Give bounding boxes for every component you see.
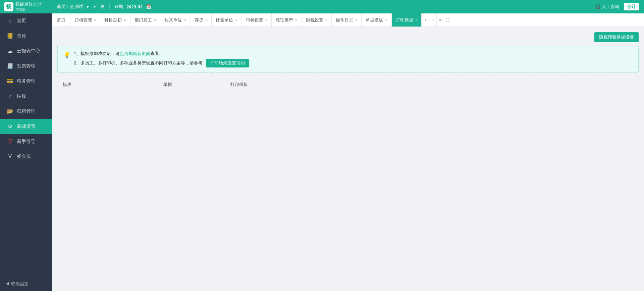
table-header: 模块 单据 打印模板 bbox=[57, 78, 639, 91]
tab-nav-left[interactable]: ‹ bbox=[422, 13, 429, 27]
sidebar-item-guide[interactable]: ❓ 新手引导 bbox=[0, 134, 52, 149]
tab-close-all[interactable]: ✕ bbox=[436, 13, 444, 27]
tab-single-template[interactable]: 单据模板 × bbox=[362, 13, 391, 27]
tab-label: 币种设置 bbox=[246, 17, 263, 23]
service-button[interactable]: 🎧 人工咨询 bbox=[595, 4, 619, 10]
sidebar-label-home: 首页 bbox=[17, 18, 26, 24]
tab-tax-settings[interactable]: 财税设置 × bbox=[302, 13, 332, 27]
sidebar-label-guide: 新手引导 bbox=[17, 139, 36, 145]
tab-close-icon[interactable]: × bbox=[154, 18, 156, 22]
tab-label: 部门员工 bbox=[135, 17, 152, 23]
sidebar-item-invoice[interactable]: 🧾 发票管理 bbox=[0, 58, 52, 74]
tab-inventory[interactable]: 存货 × bbox=[191, 13, 212, 27]
sidebar-label-archive: 归档管理 bbox=[17, 108, 36, 114]
tab-close-active-icon[interactable]: × bbox=[415, 18, 417, 22]
sidebar-item-report-center[interactable]: ☁ 云报表中心 bbox=[0, 43, 52, 58]
tab-close-icon[interactable]: × bbox=[94, 18, 96, 22]
add-icon[interactable]: ＋ bbox=[92, 4, 97, 10]
tab-dept-staff[interactable]: 部门员工 × bbox=[130, 13, 160, 27]
gear-icon[interactable]: ⚙ bbox=[100, 4, 105, 9]
tab-archive-mgmt[interactable]: 归档管理 × bbox=[70, 13, 100, 27]
sidebar-label-closing: 结账 bbox=[17, 93, 26, 99]
archive-icon: 📂 bbox=[7, 108, 13, 114]
dropdown-icon[interactable]: ▾ bbox=[87, 4, 89, 9]
tab-label: 归档管理 bbox=[74, 17, 92, 23]
sidebar-item-basic-settings[interactable]: ⚙ 基础设置 bbox=[0, 119, 52, 134]
tab-contacts[interactable]: 往来单位 × bbox=[160, 13, 190, 27]
sidebar-label-report-center: 云报表中心 bbox=[17, 48, 40, 54]
col-order: 单据 bbox=[158, 82, 225, 88]
ledger-icon: 📒 bbox=[7, 33, 13, 39]
col-template: 打印模板 bbox=[225, 82, 639, 88]
notice-line1-prefix: 1、模板添加成功后，请 bbox=[74, 51, 120, 56]
logo-area: 畅 畅捷通好会计 体验版 bbox=[4, 2, 54, 12]
divider bbox=[109, 4, 110, 9]
tab-close-icon[interactable]: × bbox=[184, 18, 186, 22]
tab-voucher-type[interactable]: 凭证类型 × bbox=[272, 13, 302, 27]
print-scene-button[interactable]: 打印场景设置说明 bbox=[206, 59, 249, 67]
top-bar: 畅 畅捷通好会计 体验版 基层工会测试 ▾ ＋ ⚙ 账期 2023-03 📅 🎧… bbox=[0, 0, 644, 13]
tab-currency[interactable]: 币种设置 × bbox=[242, 13, 272, 27]
tab-label: 往来单位 bbox=[164, 17, 182, 23]
calendar-icon[interactable]: 📅 bbox=[146, 4, 151, 9]
top-bar-middle: 基层工会测试 ▾ ＋ ⚙ 账期 2023-03 📅 bbox=[54, 4, 595, 10]
page-top-right: 隐藏预置模板设置 bbox=[57, 32, 639, 42]
tab-close-icon[interactable]: × bbox=[265, 18, 267, 22]
sidebar-item-home[interactable]: ⌂ 首页 bbox=[0, 13, 52, 28]
logo-icon: 畅 bbox=[4, 2, 13, 11]
notice-line2-prefix: 2、多员工、多打印机、多种业务类型设置不同打印方案等，请参考 bbox=[74, 60, 203, 65]
tab-close-icon[interactable]: × bbox=[325, 18, 327, 22]
tab-label: 单据模板 bbox=[366, 17, 383, 23]
tab-close-icon[interactable]: × bbox=[295, 18, 297, 22]
logo-line1: 畅捷通好会计 bbox=[15, 2, 42, 7]
kuaiji-button[interactable]: 会计 bbox=[623, 2, 640, 11]
tab-measure-unit[interactable]: 计量单位 × bbox=[212, 13, 241, 27]
tab-label: 财税设置 bbox=[306, 17, 323, 23]
sidebar-label-tax: 税务管理 bbox=[17, 78, 36, 84]
unpin-footer[interactable]: ◀ 取消固定 bbox=[0, 277, 52, 291]
tax-icon: 💳 bbox=[7, 78, 13, 84]
sidebar-label-basic-settings: 基础设置 bbox=[17, 124, 36, 130]
tab-label: 打印模板 bbox=[396, 17, 413, 23]
bulb-icon: 💡 bbox=[63, 51, 70, 59]
period-value: 2023-03 bbox=[126, 4, 143, 9]
tab-label: 操作日志 bbox=[336, 17, 353, 23]
period-label: 账期 bbox=[114, 4, 123, 10]
tab-label: 计量单位 bbox=[216, 17, 233, 23]
tab-close-icon[interactable]: × bbox=[385, 18, 387, 22]
tab-close-icon[interactable]: × bbox=[124, 18, 126, 22]
closing-icon: ✓ bbox=[7, 93, 13, 99]
vip-icon: V bbox=[7, 153, 13, 159]
hide-preview-button[interactable]: 隐藏预置模板设置 bbox=[594, 32, 639, 42]
notice-box: 💡 1、模板添加成功后，请点击刷新新页面查看。 2、多员工、多打印机、多种业务类… bbox=[57, 46, 639, 72]
tab-close-icon[interactable]: × bbox=[355, 18, 357, 22]
cloud-icon: ☁ bbox=[7, 48, 13, 54]
home-icon: ⌂ bbox=[7, 18, 13, 24]
tab-nav-right[interactable]: › bbox=[429, 13, 436, 27]
tab-label: 凭证类型 bbox=[276, 17, 293, 23]
unpin-label: ◀ 取消固定 bbox=[5, 281, 29, 287]
tab-print-template[interactable]: 打印模板 × bbox=[392, 13, 422, 27]
sidebar-item-general-ledger[interactable]: 📒 总账 bbox=[0, 28, 52, 43]
refresh-link[interactable]: 点击刷新新页面 bbox=[120, 51, 150, 56]
guide-icon: ❓ bbox=[7, 138, 13, 145]
logo-line2: 体验版 bbox=[15, 7, 42, 12]
company-name: 基层工会测试 bbox=[57, 4, 83, 10]
tab-label: 存货 bbox=[195, 17, 203, 23]
tab-subject-init[interactable]: 科目期初 × bbox=[100, 13, 130, 27]
sidebar-item-archive[interactable]: 📂 归档管理 bbox=[0, 104, 52, 119]
page-content: 隐藏预置模板设置 💡 1、模板添加成功后，请点击刷新新页面查看。 2、多员工、多… bbox=[52, 27, 644, 291]
tab-home[interactable]: 首页 bbox=[52, 13, 70, 27]
settings-icon: ⚙ bbox=[7, 123, 13, 130]
sidebar-item-tax[interactable]: 💳 税务管理 bbox=[0, 74, 52, 89]
sidebar-item-closing[interactable]: ✓ 结账 bbox=[0, 89, 52, 104]
sidebar-item-vip[interactable]: V 畅会员 bbox=[0, 149, 52, 164]
tab-close-icon[interactable]: × bbox=[235, 18, 237, 22]
tab-close-icon[interactable]: × bbox=[205, 18, 207, 22]
tab-maximize[interactable]: ⛶ bbox=[444, 13, 451, 27]
headset-icon: 🎧 bbox=[595, 4, 600, 9]
notice-line1-suffix: 查看。 bbox=[150, 51, 163, 56]
notice-content: 1、模板添加成功后，请点击刷新新页面查看。 2、多员工、多打印机、多种业务类型设… bbox=[74, 51, 633, 67]
invoice-icon: 🧾 bbox=[7, 63, 13, 69]
tab-operation-log[interactable]: 操作日志 × bbox=[332, 13, 362, 27]
